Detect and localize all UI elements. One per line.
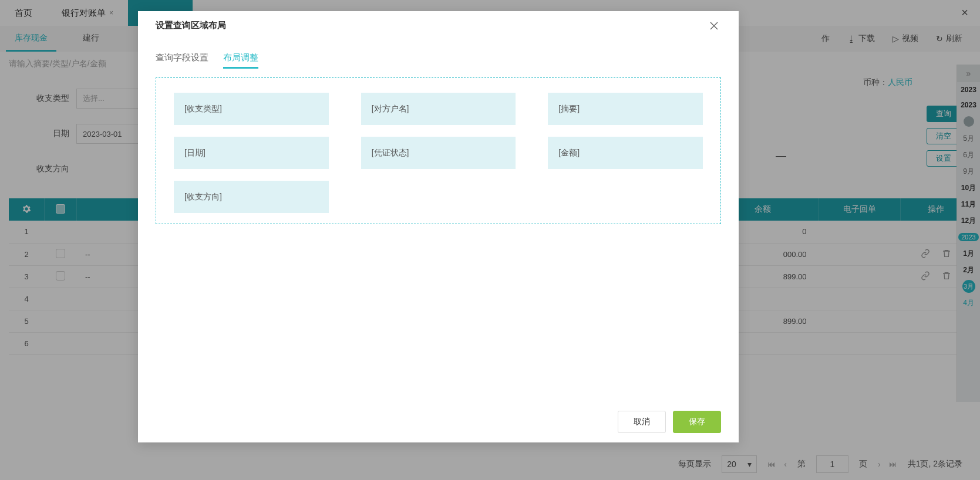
layout-chip[interactable]: [对方户名] <box>361 93 516 125</box>
layout-drop-zone[interactable]: [收支类型] [对方户名] [摘要] [日期] [凭证状态] [金额] [收支方… <box>156 77 721 224</box>
layout-chip[interactable]: [凭证状态] <box>361 137 516 169</box>
save-button[interactable]: 保存 <box>673 411 721 433</box>
modal-tab-fields[interactable]: 查询字段设置 <box>156 49 208 69</box>
modal-title: 设置查询区域布局 <box>156 20 226 31</box>
layout-chip[interactable]: [日期] <box>174 137 329 169</box>
modal-tab-layout[interactable]: 布局调整 <box>223 49 258 69</box>
layout-chip[interactable]: [摘要] <box>548 93 703 125</box>
layout-settings-modal: 设置查询区域布局 查询字段设置 布局调整 [收支类型] [对方户名] [摘要] … <box>138 11 739 442</box>
close-icon <box>709 21 719 31</box>
cancel-button[interactable]: 取消 <box>618 411 666 433</box>
layout-chip[interactable]: [收支方向] <box>174 181 329 213</box>
modal-tabs: 查询字段设置 布局调整 <box>156 49 721 69</box>
layout-chip[interactable]: [收支类型] <box>174 93 329 125</box>
layout-chip[interactable]: [金额] <box>548 137 703 169</box>
modal-close-button[interactable] <box>707 19 721 33</box>
